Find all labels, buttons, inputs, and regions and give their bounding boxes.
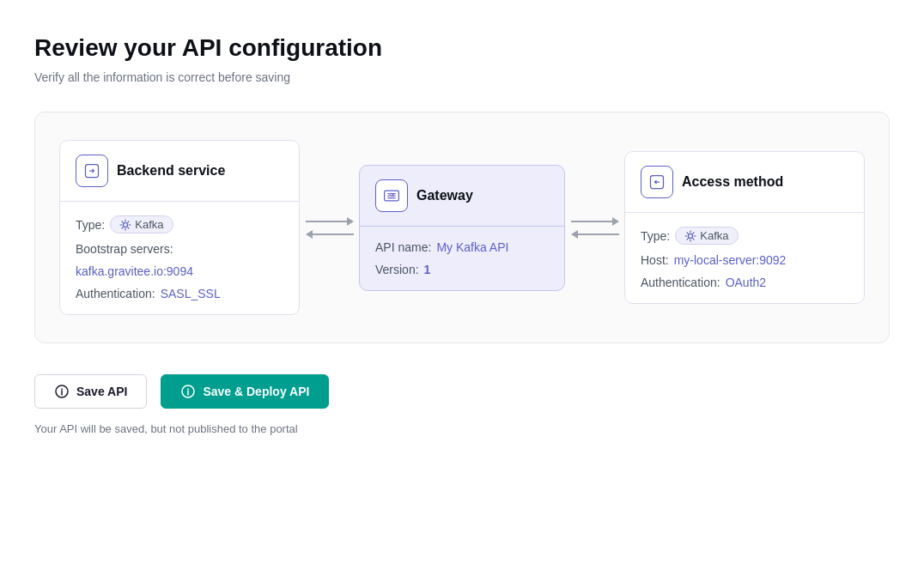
backend-auth-row: Authentication: SASL_SSL: [76, 287, 283, 300]
gateway-card: Gateway API name: My Kafka API Version: …: [359, 165, 565, 291]
buttons-row: Save API Save & Deploy API: [34, 374, 890, 409]
gateway-header: Gateway: [360, 166, 564, 227]
arrow-left-row-2: [571, 230, 619, 239]
page-title: Review your API configuration: [34, 34, 890, 62]
access-method-title: Access method: [682, 174, 783, 190]
backend-type-row: Type: Kafka: [76, 215, 283, 233]
arrow-head-left: [306, 230, 313, 239]
access-type-value: Kafka: [700, 229, 728, 242]
access-method-header: Access method: [625, 152, 864, 213]
arrow-shaft-left-2: [578, 233, 619, 235]
save-api-label: Save API: [76, 385, 127, 398]
svg-point-3: [390, 193, 392, 196]
version-row: Version: 1: [375, 263, 549, 276]
arrow-shaft-right: [306, 221, 347, 222]
access-method-card: Access method Type: Kafka Host: my-loca: [624, 151, 865, 304]
version-value: 1: [424, 263, 431, 276]
info-icon-deploy: [180, 384, 196, 399]
bootstrap-value-row: kafka.gravitee.io:9094: [76, 264, 283, 278]
host-label: Host:: [641, 253, 669, 267]
arrow-shaft-left: [313, 233, 354, 235]
save-deploy-label: Save & Deploy API: [203, 385, 309, 398]
page-subtitle: Verify all the information is correct be…: [34, 70, 890, 84]
backend-type-badge: Kafka: [110, 215, 173, 233]
arrow-connector-right: [565, 217, 624, 239]
save-deploy-button[interactable]: Save & Deploy API: [161, 374, 329, 409]
arrow-shaft-right-2: [571, 221, 612, 222]
arrow-right-row-2: [571, 217, 619, 226]
version-label: Version:: [375, 263, 419, 276]
access-auth-row: Authentication: OAuth2: [641, 276, 848, 289]
access-type-badge: Kafka: [675, 227, 738, 245]
arrow-left-row: [306, 230, 354, 239]
arrow-connector-left: [300, 217, 359, 239]
access-auth-label: Authentication:: [641, 276, 720, 289]
bootstrap-value: kafka.gravitee.io:9094: [76, 264, 193, 278]
backend-auth-value: SASL_SSL: [161, 287, 221, 300]
arrow-head-right-2: [612, 217, 619, 226]
gateway-title: Gateway: [416, 188, 473, 203]
arrow-head-right: [347, 217, 354, 226]
host-row: Host: my-local-server:9092: [641, 253, 848, 267]
svg-point-5: [689, 233, 693, 238]
api-name-value: My Kafka API: [436, 240, 508, 254]
diagram-container: Backend service Type: Kafka Bootst: [34, 112, 890, 343]
info-icon-save: [54, 384, 70, 399]
arrow-right-row: [306, 217, 354, 226]
backend-type-value: Kafka: [135, 218, 163, 231]
access-auth-value: OAuth2: [726, 276, 766, 289]
access-type-label: Type:: [641, 229, 670, 243]
gateway-icon: [375, 179, 408, 212]
kafka-icon-backend: [119, 219, 131, 231]
backend-type-label: Type:: [76, 218, 105, 232]
api-name-row: API name: My Kafka API: [375, 240, 549, 254]
backend-service-icon: [76, 155, 108, 187]
backend-service-title: Backend service: [117, 163, 225, 179]
bootstrap-row: Bootstrap servers:: [76, 242, 283, 256]
backend-service-body: Type: Kafka Bootstrap servers: kafka.: [60, 202, 299, 314]
backend-auth-label: Authentication:: [76, 287, 155, 300]
access-method-icon: [641, 166, 673, 198]
backend-service-header: Backend service: [60, 141, 299, 202]
backend-service-card: Backend service Type: Kafka Bootst: [59, 140, 300, 315]
save-api-button[interactable]: Save API: [34, 374, 147, 409]
footer-text: Your API will be saved, but not publishe…: [34, 422, 890, 435]
host-value: my-local-server:9092: [674, 253, 787, 267]
api-name-label: API name:: [375, 240, 431, 254]
arrow-head-left-2: [571, 230, 578, 239]
access-type-row: Type: Kafka: [641, 227, 848, 245]
kafka-icon-access: [684, 230, 696, 242]
bootstrap-label: Bootstrap servers:: [76, 242, 173, 256]
svg-point-1: [124, 222, 128, 227]
gateway-body: API name: My Kafka API Version: 1: [360, 227, 564, 290]
access-method-body: Type: Kafka Host: my-local-server:9092 A…: [625, 213, 864, 303]
